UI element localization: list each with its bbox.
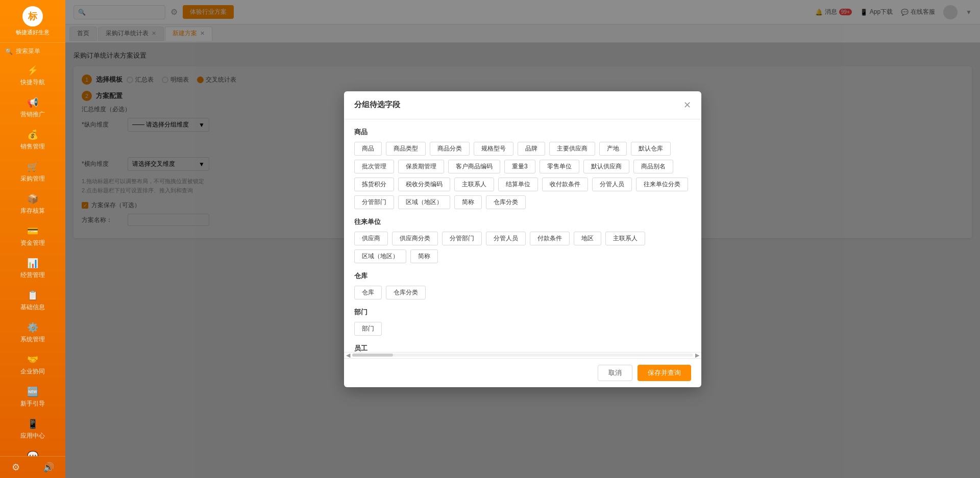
- save-query-button[interactable]: 保存并查询: [638, 365, 691, 381]
- section-title-goods: 商品: [354, 128, 691, 137]
- field-tag-简称[interactable]: 简称: [410, 249, 438, 263]
- guide-icon: 🆕: [27, 386, 38, 397]
- field-section-staff: 员工业务员: [354, 344, 691, 352]
- sidebar-item-finance[interactable]: 💳 资金管理: [0, 220, 65, 253]
- field-tag-地区[interactable]: 地区: [574, 232, 601, 245]
- modal-hscroll[interactable]: ◀ ▶: [344, 352, 701, 358]
- guide-label: 新手引导: [20, 399, 45, 408]
- purchase-label: 采购管理: [20, 174, 45, 183]
- field-tag-部门[interactable]: 部门: [354, 322, 382, 336]
- quick-nav-label: 快捷导航: [20, 78, 45, 87]
- field-tag-仓库[interactable]: 仓库: [354, 286, 382, 299]
- speaker-icon[interactable]: 🔊: [43, 462, 54, 473]
- sidebar-nav: ⚡ 快捷导航 📢 营销推广 💰 销售管理 🛒 采购管理 📦 库存核算 💳 资金管…: [0, 60, 65, 456]
- field-tag-商品类型[interactable]: 商品类型: [386, 142, 426, 156]
- field-tag-收付款条件[interactable]: 收付款条件: [542, 178, 588, 191]
- modal-title: 分组待选字段: [354, 100, 400, 110]
- field-tags-warehouse: 仓库仓库分类: [354, 286, 691, 299]
- field-tag-拣货积分[interactable]: 拣货积分: [354, 178, 394, 191]
- sidebar-item-operations[interactable]: 📊 经营管理: [0, 253, 65, 285]
- sidebar-item-basic-info[interactable]: 📋 基础信息: [0, 285, 65, 317]
- field-tag-批次管理[interactable]: 批次管理: [354, 160, 394, 173]
- purchase-icon: 🛒: [27, 161, 38, 172]
- operations-label: 经营管理: [20, 271, 45, 280]
- field-section-department: 部门部门: [354, 308, 691, 336]
- sidebar-item-guide[interactable]: 🆕 新手引导: [0, 381, 65, 413]
- field-tag-简称[interactable]: 简称: [454, 195, 482, 209]
- field-tag-区域-地区-[interactable]: 区域（地区）: [354, 249, 406, 263]
- section-title-warehouse: 仓库: [354, 271, 691, 281]
- sidebar-search[interactable]: 🔍 搜索菜单: [0, 43, 65, 60]
- inventory-icon: 📦: [27, 193, 38, 205]
- field-tag-客户商品编码[interactable]: 客户商品编码: [448, 160, 500, 173]
- field-tag-规格型号[interactable]: 规格型号: [474, 142, 513, 156]
- field-tag-仓库分类[interactable]: 仓库分类: [386, 286, 426, 299]
- field-tag-商品分类[interactable]: 商品分类: [430, 142, 470, 156]
- finance-icon: 💳: [27, 225, 38, 237]
- section-title-department: 部门: [354, 308, 691, 317]
- field-tag-供应商分类[interactable]: 供应商分类: [392, 232, 438, 245]
- logo-icon: 标: [22, 6, 43, 27]
- field-tag-商品[interactable]: 商品: [354, 142, 382, 156]
- hscroll-track: [352, 354, 693, 357]
- sidebar-item-system[interactable]: ⚙️ 系统管理: [0, 317, 65, 349]
- field-tag-主要供应商[interactable]: 主要供应商: [549, 142, 595, 156]
- field-tag-主联系人[interactable]: 主联系人: [605, 232, 645, 245]
- field-tag-商品别名[interactable]: 商品别名: [633, 160, 673, 173]
- sidebar-bottom: ⚙ 🔊: [0, 456, 65, 478]
- settings-icon[interactable]: ⚙: [12, 462, 20, 473]
- field-tag-往来单位分类[interactable]: 往来单位分类: [636, 178, 688, 191]
- field-tag-分管人员[interactable]: 分管人员: [592, 178, 632, 191]
- sidebar-item-enterprise[interactable]: 🤝 企业协同: [0, 349, 65, 381]
- field-tag-结算单位[interactable]: 结算单位: [498, 178, 538, 191]
- cancel-button[interactable]: 取消: [598, 365, 632, 381]
- field-tag-主联系人[interactable]: 主联系人: [454, 178, 494, 191]
- modal-header: 分组待选字段 ✕: [344, 91, 701, 119]
- field-tag-付款条件[interactable]: 付款条件: [530, 232, 570, 245]
- field-tag-税收分类编码[interactable]: 税收分类编码: [398, 178, 450, 191]
- field-tag-零售单位[interactable]: 零售单位: [540, 160, 579, 173]
- inventory-label: 库存核算: [20, 207, 45, 215]
- sidebar-item-quick-nav[interactable]: ⚡ 快捷导航: [0, 60, 65, 92]
- system-icon: ⚙️: [27, 322, 38, 333]
- search-label: 搜索菜单: [16, 47, 40, 56]
- sidebar-item-sales[interactable]: 💰 销售管理: [0, 124, 65, 156]
- field-tag-产地[interactable]: 产地: [599, 142, 627, 156]
- logo-text: 畅捷通好生意: [16, 29, 50, 36]
- field-tag-分管部门[interactable]: 分管部门: [442, 232, 482, 245]
- field-tag-默认供应商[interactable]: 默认供应商: [583, 160, 629, 173]
- section-title-staff: 员工: [354, 344, 691, 352]
- basic-info-icon: 📋: [27, 290, 38, 301]
- sidebar-item-wechat[interactable]: 💬 企业微信: [0, 445, 65, 456]
- operations-icon: 📊: [27, 258, 38, 269]
- sidebar-logo: 标 畅捷通好生意: [0, 0, 65, 43]
- modal-body: 商品商品商品类型商品分类规格型号品牌主要供应商产地默认仓库批次管理保质期管理客户…: [344, 119, 701, 352]
- search-icon: 🔍: [5, 48, 13, 55]
- field-tag-仓库分类[interactable]: 仓库分类: [486, 195, 526, 209]
- sidebar-item-app-center[interactable]: 📱 应用中心: [0, 413, 65, 445]
- field-tags-department: 部门: [354, 322, 691, 336]
- modal-close-button[interactable]: ✕: [683, 99, 691, 111]
- section-title-counterparty: 往来单位: [354, 217, 691, 227]
- field-tag-分管人员[interactable]: 分管人员: [486, 232, 526, 245]
- sidebar-item-marketing[interactable]: 📢 营销推广: [0, 92, 65, 124]
- sidebar-item-purchase[interactable]: 🛒 采购管理: [0, 156, 65, 188]
- field-tag-分管部门[interactable]: 分管部门: [354, 195, 394, 209]
- field-section-goods: 商品商品商品类型商品分类规格型号品牌主要供应商产地默认仓库批次管理保质期管理客户…: [354, 128, 691, 209]
- finance-label: 资金管理: [20, 239, 45, 247]
- sidebar-item-inventory[interactable]: 📦 库存核算: [0, 188, 65, 220]
- field-selector-modal: 分组待选字段 ✕ 商品商品商品类型商品分类规格型号品牌主要供应商产地默认仓库批次…: [344, 91, 701, 387]
- app-center-label: 应用中心: [20, 432, 45, 440]
- sales-icon: 💰: [27, 129, 38, 140]
- field-tag-默认仓库[interactable]: 默认仓库: [631, 142, 671, 156]
- field-tag-区域-地区-[interactable]: 区域（地区）: [398, 195, 450, 209]
- marketing-icon: 📢: [27, 97, 38, 108]
- field-section-warehouse: 仓库仓库仓库分类: [354, 271, 691, 299]
- marketing-label: 营销推广: [20, 110, 45, 119]
- sales-label: 销售管理: [20, 142, 45, 151]
- field-tag-供应商[interactable]: 供应商: [354, 232, 388, 245]
- basic-info-label: 基础信息: [20, 303, 45, 312]
- field-tag-品牌[interactable]: 品牌: [518, 142, 545, 156]
- field-tag-保质期管理[interactable]: 保质期管理: [398, 160, 444, 173]
- field-tag-重量3[interactable]: 重量3: [504, 160, 535, 173]
